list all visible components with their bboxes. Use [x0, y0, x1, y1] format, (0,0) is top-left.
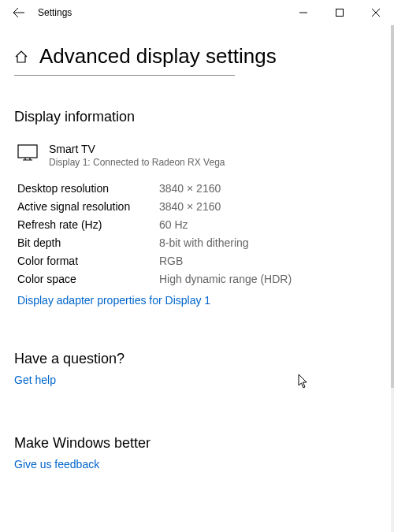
home-button[interactable] — [14, 50, 28, 64]
table-row: Color space High dynamic range (HDR) — [17, 273, 380, 285]
titlebar: Settings — [0, 0, 394, 25]
minimize-icon — [299, 9, 307, 17]
info-value: 8-bit with dithering — [159, 236, 249, 249]
info-label: Active signal resolution — [17, 200, 159, 213]
table-row: Refresh rate (Hz) 60 Hz — [17, 218, 380, 231]
title-underline — [14, 75, 235, 76]
maximize-button[interactable] — [322, 0, 358, 25]
page-header: Advanced display settings — [14, 44, 380, 69]
feedback-heading: Make Windows better — [14, 435, 380, 452]
display-subtitle: Display 1: Connected to Radeon RX Vega — [49, 157, 225, 168]
window-controls — [285, 0, 394, 25]
maximize-icon — [336, 9, 344, 17]
close-icon — [372, 9, 380, 17]
minimize-button[interactable] — [285, 0, 322, 25]
table-row: Color format RGB — [17, 255, 380, 267]
back-button[interactable] — [6, 0, 32, 25]
feedback-section: Make Windows better Give us feedback — [14, 435, 380, 471]
page-title: Advanced display settings — [39, 44, 277, 69]
scrollbar[interactable] — [391, 25, 394, 532]
question-heading: Have a question? — [14, 351, 380, 367]
feedback-link[interactable]: Give us feedback — [14, 458, 99, 471]
svg-rect-0 — [336, 9, 344, 17]
svg-rect-1 — [18, 145, 37, 158]
display-info-heading: Display information — [14, 109, 380, 125]
back-arrow-icon — [13, 6, 25, 19]
content-area: Advanced display settings Display inform… — [0, 44, 394, 471]
display-device-row: Smart TV Display 1: Connected to Radeon … — [17, 143, 380, 168]
info-value: 3840 × 2160 — [159, 182, 221, 195]
scrollbar-thumb[interactable] — [391, 25, 394, 388]
info-label: Color format — [17, 255, 159, 267]
table-row: Bit depth 8-bit with dithering — [17, 236, 380, 249]
close-button[interactable] — [358, 0, 394, 25]
get-help-link[interactable]: Get help — [14, 374, 56, 386]
adapter-properties-link[interactable]: Display adapter properties for Display 1 — [17, 294, 210, 307]
info-label: Color space — [17, 273, 159, 285]
info-label: Desktop resolution — [17, 182, 159, 195]
info-value: High dynamic range (HDR) — [159, 273, 292, 285]
question-section: Have a question? Get help — [14, 351, 380, 386]
table-row: Desktop resolution 3840 × 2160 — [17, 182, 380, 195]
home-icon — [14, 50, 28, 64]
info-label: Refresh rate (Hz) — [17, 218, 159, 231]
monitor-icon — [17, 144, 38, 164]
info-value: 60 Hz — [159, 218, 188, 231]
window-title: Settings — [38, 7, 72, 18]
info-value: RGB — [159, 255, 183, 267]
info-label: Bit depth — [17, 236, 159, 249]
info-value: 3840 × 2160 — [159, 200, 221, 213]
table-row: Active signal resolution 3840 × 2160 — [17, 200, 380, 213]
display-name: Smart TV — [49, 143, 225, 155]
display-info-table: Desktop resolution 3840 × 2160 Active si… — [17, 182, 380, 285]
